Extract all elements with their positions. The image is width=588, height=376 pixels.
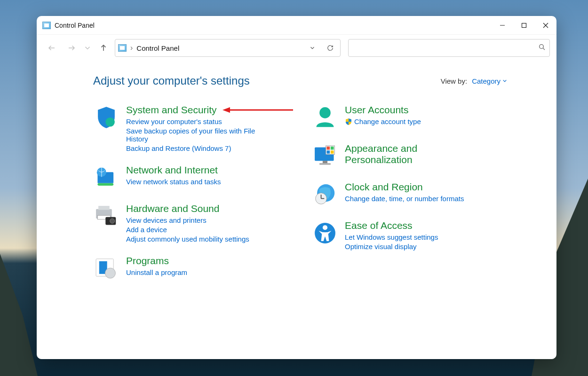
control-panel-icon	[42, 22, 51, 29]
svg-point-22	[105, 268, 115, 278]
category-appearance-personalization: Appearance and Personalization	[312, 143, 516, 169]
svg-rect-16	[98, 206, 110, 210]
svg-line-8	[543, 48, 545, 50]
category-link[interactable]: User Accounts	[345, 104, 408, 115]
task-link[interactable]: Change account type	[354, 118, 421, 125]
shield-icon	[93, 104, 119, 131]
category-system-security: System and Security Review your computer…	[93, 104, 298, 152]
titlebar: Control Panel	[37, 16, 556, 35]
category-link[interactable]: Network and Internet	[126, 164, 218, 175]
view-by-label: View by:	[441, 77, 467, 85]
search-input[interactable]	[352, 44, 538, 52]
maximize-button[interactable]	[513, 16, 535, 35]
clock-globe-icon	[312, 181, 338, 208]
task-link[interactable]: View network status and tasks	[126, 178, 221, 186]
programs-icon	[93, 255, 119, 282]
control-panel-icon	[118, 44, 127, 52]
svg-point-7	[540, 45, 544, 49]
svg-rect-1	[522, 23, 526, 27]
category-link[interactable]: Programs	[126, 255, 169, 266]
monitor-icon	[312, 143, 338, 169]
view-by-dropdown[interactable]: Category	[472, 77, 507, 85]
category-programs: Programs Uninstall a program	[93, 255, 298, 282]
category-user-accounts: User Accounts Change account type	[312, 104, 516, 131]
category-clock-region: Clock and Region Change date, time, or n…	[312, 181, 516, 208]
navbar: › Control Panel	[37, 35, 556, 61]
category-link[interactable]: Ease of Access	[345, 220, 413, 231]
svg-point-37	[323, 225, 327, 230]
address-bar[interactable]: › Control Panel	[115, 39, 341, 57]
accessibility-icon	[312, 220, 338, 246]
up-button[interactable]	[95, 39, 112, 56]
svg-point-23	[319, 107, 331, 118]
globe-monitor-icon	[93, 164, 119, 191]
search-box[interactable]	[348, 39, 550, 57]
task-link[interactable]: Uninstall a program	[126, 268, 187, 276]
task-link[interactable]: Let Windows suggest settings	[345, 233, 438, 241]
category-hardware-sound: Hardware and Sound View devices and prin…	[93, 203, 298, 243]
task-link[interactable]: View devices and printers	[126, 216, 249, 224]
task-link[interactable]: Backup and Restore (Windows 7)	[126, 144, 277, 152]
content-area: Adjust your computer's settings View by:…	[37, 61, 556, 359]
minimize-button[interactable]	[492, 16, 513, 35]
breadcrumb-separator: ›	[130, 44, 133, 52]
view-by: View by: Category	[441, 77, 507, 85]
task-link[interactable]: Add a device	[126, 226, 249, 234]
breadcrumb[interactable]: Control Panel	[136, 44, 179, 52]
svg-rect-25	[323, 161, 327, 163]
svg-rect-30	[326, 150, 330, 154]
close-button[interactable]	[535, 16, 556, 35]
recent-locations-button[interactable]	[83, 39, 92, 56]
category-ease-of-access: Ease of Access Let Windows suggest setti…	[312, 220, 516, 251]
forward-button[interactable]	[63, 39, 80, 56]
svg-rect-13	[97, 183, 113, 186]
category-link[interactable]: System and Security	[126, 104, 217, 115]
category-link[interactable]: Hardware and Sound	[126, 203, 219, 214]
svg-point-19	[110, 219, 115, 223]
category-column-left: System and Security Review your computer…	[93, 104, 298, 282]
uac-shield-icon	[345, 118, 352, 125]
task-link[interactable]: Optimize visual display	[345, 243, 438, 251]
task-link[interactable]: Save backup copies of your files with Fi…	[126, 127, 277, 143]
svg-rect-26	[319, 163, 331, 164]
task-link[interactable]: Adjust commonly used mobility settings	[126, 235, 249, 243]
svg-rect-31	[331, 150, 334, 154]
refresh-button[interactable]	[323, 41, 337, 55]
back-button[interactable]	[43, 39, 60, 56]
printer-camera-icon	[93, 203, 119, 229]
category-network-internet: Network and Internet View network status…	[93, 164, 298, 191]
svg-rect-29	[331, 147, 334, 150]
svg-point-11	[105, 118, 115, 127]
category-link[interactable]: Appearance and Personalization	[345, 143, 448, 165]
control-panel-window: Control Panel › Contro	[37, 16, 556, 359]
user-icon	[312, 104, 338, 131]
svg-rect-28	[326, 147, 330, 150]
page-title: Adjust your computer's settings	[93, 74, 250, 87]
window-title: Control Panel	[55, 22, 95, 29]
category-column-right: User Accounts Change account type	[312, 104, 516, 282]
search-icon[interactable]	[538, 43, 546, 53]
category-link[interactable]: Clock and Region	[345, 181, 423, 192]
task-link[interactable]: Change date, time, or number formats	[345, 195, 464, 203]
address-dropdown-button[interactable]	[305, 41, 319, 55]
task-link[interactable]: Review your computer's status	[126, 118, 277, 125]
